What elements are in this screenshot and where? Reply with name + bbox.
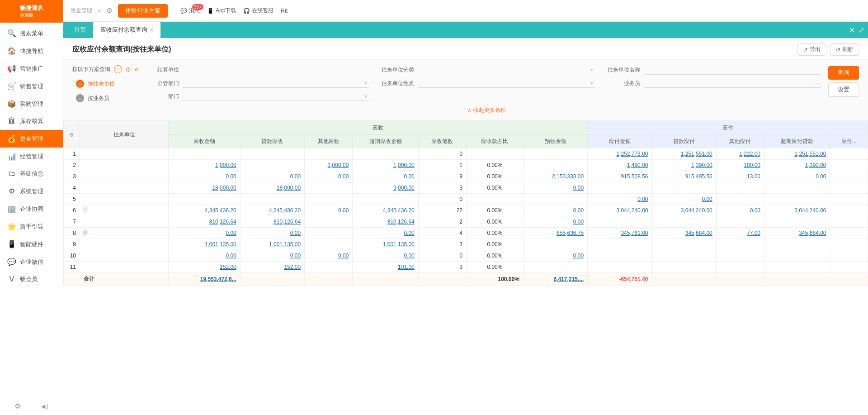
sidebar-item-enterprise[interactable]: 🏢企业协同 — [0, 200, 63, 218]
filter-category-input[interactable]: ▾ — [418, 66, 595, 74]
table-cell[interactable]: 1,001,135.00 — [240, 239, 304, 250]
filter-settlement-input[interactable]: ··· — [183, 66, 369, 74]
sidebar-item-hardware[interactable]: 📱智能硬件 — [0, 235, 63, 253]
table-cell[interactable]: 101.00 — [353, 262, 418, 273]
tabbar-expand-icon[interactable]: ⤢ — [859, 26, 864, 34]
table-cell[interactable]: 4,345,436.20 — [169, 205, 241, 216]
table-cell[interactable]: 3,044,240.00 — [588, 205, 652, 216]
th-settings[interactable]: ⚙ — [64, 121, 80, 148]
sidebar-settings-icon[interactable]: ⚙ — [14, 402, 21, 410]
table-cell[interactable]: 4,345,436.20 — [353, 205, 418, 216]
table-cell[interactable]: 0.00 — [353, 171, 418, 182]
table-cell[interactable]: 0.00 — [169, 171, 241, 182]
tab-query[interactable]: 应收应付余额查询× — [93, 22, 160, 38]
table-cell[interactable]: 0.00 — [240, 171, 304, 182]
table-cell[interactable]: 0.00 — [652, 194, 716, 205]
table-cell[interactable]: 915,495.56 — [652, 171, 716, 182]
table-cell[interactable]: 1,490.00 — [588, 160, 652, 171]
table-cell[interactable]: 810,126.64 — [169, 216, 241, 228]
sidebar-item-search[interactable]: 🔍搜索菜单 — [0, 24, 63, 42]
sidebar-item-member[interactable]: V畅会员 — [0, 271, 63, 288]
table-cell[interactable]: 1,000.00 — [305, 160, 353, 171]
filter-collapse-icon[interactable]: « — [135, 66, 138, 73]
tab-query-close[interactable]: × — [150, 27, 153, 33]
refresh-button[interactable]: ↺ 刷新 — [830, 43, 859, 56]
topbar-gear-icon[interactable]: ⚙ — [106, 6, 113, 15]
filter-nature-input[interactable]: ▾ — [418, 79, 595, 88]
sidebar-item-marketing[interactable]: 📢营销推广 — [0, 60, 63, 77]
table-cell[interactable]: 100.00 — [716, 160, 764, 171]
table-cell[interactable]: 0.00 — [523, 182, 587, 194]
table-cell[interactable]: 0.00 — [716, 205, 764, 216]
filter-salesperson-input[interactable]: ··· — [644, 79, 821, 88]
topbar-service[interactable]: 🎧 在线客服 — [243, 7, 274, 14]
table-gear-icon[interactable]: ⚙ — [69, 132, 74, 138]
table-cell[interactable]: 0.00 — [169, 250, 241, 262]
settings-button[interactable]: 设置 — [828, 82, 859, 97]
footer-cell[interactable]: 6,417,215.... — [523, 273, 587, 286]
table-cell[interactable]: 1,000.00 — [169, 160, 241, 171]
table-cell[interactable]: 3,044,240.00 — [764, 205, 830, 216]
table-cell[interactable]: 1,251,551.00 — [652, 148, 716, 160]
sidebar-item-guide[interactable]: 🌟新手引导 — [0, 218, 63, 235]
tab-home[interactable]: 首页 — [67, 22, 93, 38]
filter-dept-input[interactable]: ▾ — [183, 79, 369, 88]
table-cell[interactable]: 77.00 — [716, 228, 764, 239]
table-cell[interactable]: 1,390.00 — [652, 160, 716, 171]
topbar-notice[interactable]: 💬 消息 99+ — [180, 7, 200, 14]
table-cell[interactable]: 0.00 — [523, 250, 587, 262]
table-cell[interactable]: 152.00 — [240, 262, 304, 273]
table-cell[interactable]: 9,000.00 — [353, 182, 418, 194]
table-cell[interactable]: 0.00 — [523, 216, 587, 228]
table-cell[interactable]: 0.00 — [305, 250, 353, 262]
filter-add-button[interactable]: + — [114, 65, 122, 73]
sidebar-collapse-icon[interactable]: ◀|| — [41, 403, 48, 410]
export-button[interactable]: ↗ 导出 — [797, 43, 826, 56]
table-cell[interactable]: 345,684.00 — [652, 228, 716, 239]
table-cell[interactable]: 655,636.75 — [523, 228, 587, 239]
table-cell[interactable]: 1,251,551.00 — [764, 148, 830, 160]
table-cell[interactable]: 345,761.00 — [588, 228, 652, 239]
table-cell[interactable]: 1,222.00 — [716, 148, 764, 160]
table-cell[interactable]: 345,684.00 — [764, 228, 830, 239]
table-cell[interactable]: 0.00 — [169, 228, 241, 239]
table-cell[interactable]: 3,044,240.00 — [652, 205, 716, 216]
footer-cell[interactable]: 19,553,472,6... — [169, 273, 241, 286]
table-cell[interactable]: 1,252,773.00 — [588, 148, 652, 160]
sidebar-item-system[interactable]: ⚙系统管理 — [0, 182, 63, 200]
filter-department-input[interactable]: ▾ — [183, 92, 369, 101]
sidebar-item-inventory[interactable]: 🏛库存核算 — [0, 113, 63, 130]
table-cell[interactable]: 2,153,333.00 — [523, 171, 587, 182]
table-cell[interactable]: 0.00 — [588, 194, 652, 205]
table-cell[interactable]: 0.00 — [764, 171, 830, 182]
table-cell[interactable]: 0.00 — [240, 250, 304, 262]
filter-collapse-more[interactable]: ∧ 收起更多条件 — [152, 105, 821, 115]
query-button[interactable]: 查询 — [828, 66, 859, 80]
table-cell[interactable]: 4,345,436.20 — [240, 205, 304, 216]
industry-button[interactable]: 体验行业方案 — [118, 4, 168, 18]
sidebar-item-basic[interactable]: 🗂基础信息 — [0, 165, 63, 182]
table-cell[interactable]: 915,508.56 — [588, 171, 652, 182]
sidebar-item-operations[interactable]: 📊经营管理 — [0, 148, 63, 165]
topbar-dropdown-icon[interactable]: ▾ — [98, 7, 101, 14]
sidebar-item-purchase[interactable]: 📦采购管理 — [0, 95, 63, 113]
table-cell[interactable]: 0.00 — [353, 228, 418, 239]
sidebar-item-quicknav[interactable]: 🏠快捷导航 — [0, 42, 63, 60]
filter-name-input[interactable] — [644, 65, 821, 75]
filter-scheme-setting-icon[interactable]: ⊙ — [126, 66, 131, 73]
table-cell[interactable]: 13.00 — [716, 171, 764, 182]
table-cell[interactable]: 1,000.00 — [353, 160, 418, 171]
table-cell[interactable]: 152.00 — [169, 262, 241, 273]
footer-cell[interactable]: 100.00% — [467, 273, 524, 286]
sidebar-item-finance[interactable]: 💰资金管理 — [0, 130, 63, 148]
table-cell[interactable]: 0.00 — [305, 171, 353, 182]
table-cell[interactable]: 0.00 — [240, 228, 304, 239]
query-type-by-staff[interactable]: ○ 按业务员 — [72, 92, 145, 104]
topbar-app-download[interactable]: 📱 App下载 — [207, 7, 236, 14]
table-cell[interactable]: 1,390.00 — [764, 160, 830, 171]
query-type-by-partner[interactable]: ⊙ 按往来单位 — [72, 78, 145, 90]
table-cell[interactable]: 0.00 — [353, 250, 418, 262]
table-cell[interactable]: 810,126.64 — [240, 216, 304, 228]
topbar-user[interactable]: Rit — [281, 8, 288, 14]
table-cell[interactable]: 18,000.00 — [169, 182, 241, 194]
